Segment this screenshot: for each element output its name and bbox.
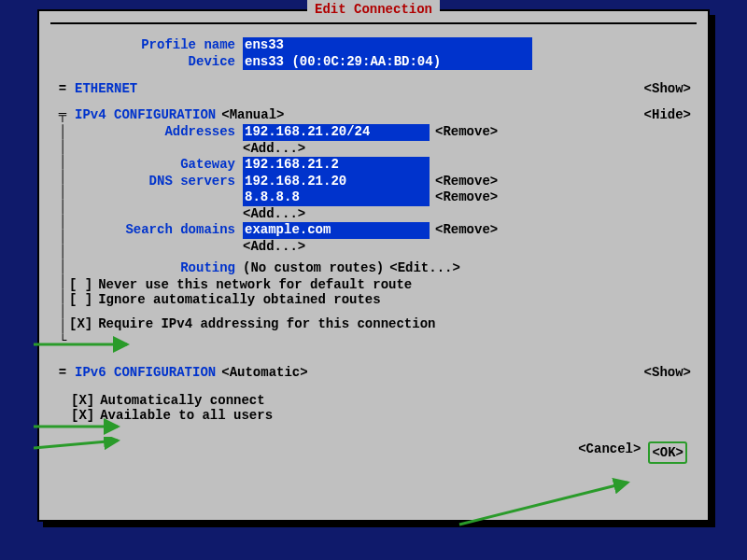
dns-remove-button-0[interactable]: <Remove> [435,174,498,190]
svg-line-3 [459,483,627,525]
ipv4-section-header: IPv4 CONFIGURATION [75,107,216,122]
dns-remove-button-1[interactable]: <Remove> [435,189,498,206]
search-domain-remove-button-0[interactable]: <Remove> [435,222,498,239]
edit-connection-dialog: Edit Connection Profile name ens33 Devic… [37,9,710,522]
profile-name-label: Profile name [56,37,243,54]
ok-button[interactable]: <OK> [652,445,684,460]
ignore-auto-routes-checkbox[interactable]: [ ] [69,292,92,307]
dns-add-button[interactable]: <Add...> [243,206,305,223]
dialog-title: Edit Connection [307,0,440,19]
profile-name-input[interactable]: ens33 [243,37,532,54]
annotation-arrow-icon [450,478,637,531]
dns-label: DNS servers [69,174,243,190]
gateway-input[interactable]: 192.168.21.2 [243,157,430,174]
ipv6-section-header: IPv6 CONFIGURATION [75,365,216,380]
ipv4-tree-spine: ││││││││││││││└ [56,124,69,348]
search-domain-input-0[interactable]: example.com [243,222,430,239]
require-ipv4-label: Require IPv4 addressing for this connect… [98,316,435,331]
address-remove-button-0[interactable]: <Remove> [435,124,498,141]
ignore-auto-routes-label: Ignore automatically obtained routes [98,292,380,307]
ipv4-section-icon: ╤ [56,107,69,122]
routing-value: (No custom routes) [243,260,384,277]
addresses-label: Addresses [69,124,243,141]
require-ipv4-checkbox[interactable]: [X] [69,316,92,331]
search-domains-label: Search domains [69,222,243,239]
ipv6-mode-select[interactable]: <Automatic> [221,365,307,380]
search-domain-add-button[interactable]: <Add...> [243,239,305,256]
dns-input-1[interactable]: 8.8.8.8 [243,189,430,206]
routing-label: Routing [69,260,243,277]
ipv4-mode-select[interactable]: <Manual> [221,107,284,122]
ipv6-show-button[interactable]: <Show> [644,365,691,380]
never-default-checkbox[interactable]: [ ] [69,277,92,292]
cancel-button[interactable]: <Cancel> [578,441,641,464]
routing-edit-button[interactable]: <Edit...> [389,260,460,277]
ethernet-show-button[interactable]: <Show> [644,81,691,96]
ipv6-section-icon: = [56,365,69,380]
all-users-label: Available to all users [100,408,273,423]
dns-input-0[interactable]: 192.168.21.20 [243,174,430,190]
ethernet-section-header: ETHERNET [75,81,137,96]
auto-connect-checkbox[interactable]: [X] [71,393,94,408]
ok-button-highlight: <OK> [648,441,687,464]
auto-connect-label: Automatically connect [100,393,264,408]
address-add-button[interactable]: <Add...> [243,141,305,158]
address-input-0[interactable]: 192.168.21.20/24 [243,124,430,141]
ipv4-hide-button[interactable]: <Hide> [644,107,691,122]
ethernet-section-icon: = [56,81,69,96]
gateway-label: Gateway [69,157,243,174]
all-users-checkbox[interactable]: [X] [71,408,94,423]
device-input[interactable]: ens33 (00:0C:29:AA:BD:04) [243,54,532,71]
device-label: Device [56,54,243,71]
never-default-label: Never use this network for default route [98,277,412,292]
